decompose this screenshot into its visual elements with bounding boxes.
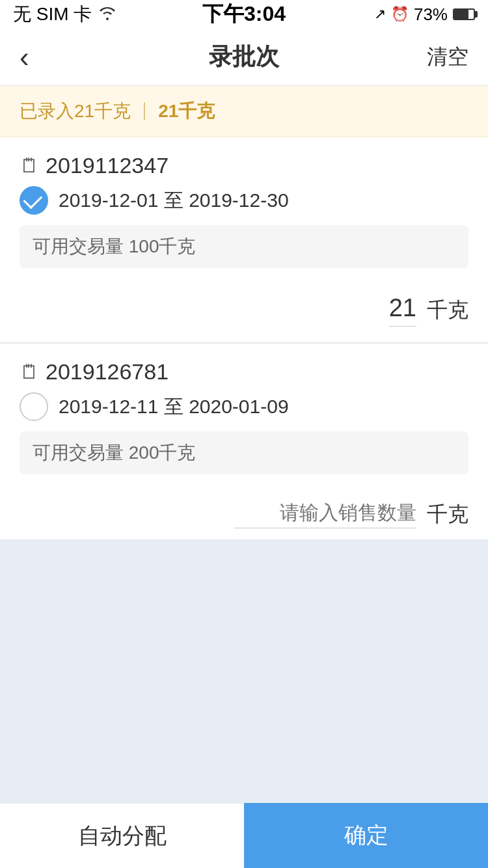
batch-date-row-2: 2019-12-11 至 2020-01-09 xyxy=(20,392,468,421)
batch-available-2: 可用交易量 200千克 xyxy=(20,431,468,474)
batch-date-row-1: 2019-12-01 至 2019-12-30 xyxy=(20,186,468,215)
quantity-value-1: 21 xyxy=(389,294,416,322)
wifi-icon xyxy=(98,4,116,25)
bottom-bar: 自动分配 确定 xyxy=(0,803,488,868)
batch-available-1: 可用交易量 100千克 xyxy=(20,225,468,268)
content-area: 已录入21千克 21千克 🗒 2019112347 2019-12-01 至 2… xyxy=(0,86,488,868)
empty-area xyxy=(0,539,488,826)
batch-dates-2: 2019-12-11 至 2020-01-09 xyxy=(59,394,289,420)
summary-divider xyxy=(144,102,145,120)
auto-distribute-button[interactable]: 自动分配 xyxy=(0,803,244,868)
quantity-unit-2: 千克 xyxy=(427,500,468,529)
back-button[interactable]: ‹ xyxy=(20,41,59,74)
batch-doc-icon-2: 🗒 xyxy=(20,361,39,383)
recorded-label: 已录入21千克 xyxy=(20,99,131,124)
summary-banner: 已录入21千克 21千克 xyxy=(0,86,488,137)
location-icon: ↗ xyxy=(374,6,386,23)
status-right: ↗ ⏰ 73% xyxy=(374,5,475,25)
batch-id-2: 2019126781 xyxy=(46,359,169,385)
batch-header-2: 🗒 2019126781 xyxy=(20,359,468,385)
quantity-unit-1: 千克 xyxy=(427,296,468,325)
batch-checkbox-1[interactable] xyxy=(20,186,48,215)
quantity-row-1: 21 千克 xyxy=(0,281,488,342)
batch-card-2: 🗒 2019126781 2019-12-11 至 2020-01-09 可用交… xyxy=(0,344,488,487)
batch-header-1: 🗒 2019112347 xyxy=(20,153,468,178)
carrier-text: 无 SIM 卡 xyxy=(13,2,92,27)
batch-dates-1: 2019-12-01 至 2019-12-30 xyxy=(59,187,289,214)
status-left: 无 SIM 卡 xyxy=(13,2,116,27)
nav-bar: ‹ 录批次 清空 xyxy=(0,29,488,86)
status-time: 下午3:04 xyxy=(202,0,286,29)
page-title: 录批次 xyxy=(209,41,279,73)
summary-amount: 21千克 xyxy=(158,99,215,124)
battery-icon xyxy=(453,8,475,20)
batch-doc-icon-1: 🗒 xyxy=(20,155,39,177)
batch-checkbox-2[interactable] xyxy=(20,392,48,421)
batch-card-1: 🗒 2019112347 2019-12-01 至 2019-12-30 可用交… xyxy=(0,137,488,281)
confirm-button[interactable]: 确定 xyxy=(244,803,488,868)
quantity-input-2[interactable] xyxy=(234,502,416,524)
battery-text: 73% xyxy=(414,5,448,25)
quantity-input-row-2: 千克 xyxy=(0,487,488,539)
clear-button[interactable]: 清空 xyxy=(427,43,468,72)
alarm-icon: ⏰ xyxy=(391,6,409,23)
status-bar: 无 SIM 卡 下午3:04 ↗ ⏰ 73% xyxy=(0,0,488,29)
batch-id-1: 2019112347 xyxy=(46,153,169,178)
